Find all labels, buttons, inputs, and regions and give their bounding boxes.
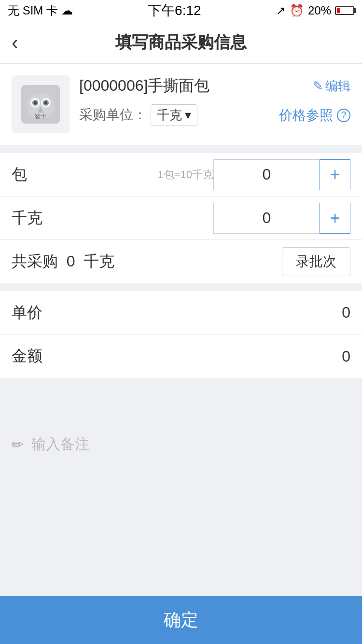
edit-button[interactable]: ✎ 编辑 — [313, 78, 350, 95]
unit-price-label: 单价 — [12, 302, 42, 323]
content-area: 智十 [0000006]手撕面包 ✎ 编辑 采购单位： 千克 ▾ — [0, 64, 362, 596]
price-ref-label: 价格参照 — [279, 106, 333, 125]
total-unit: 千克 — [84, 252, 114, 270]
record-batch-button[interactable]: 录批次 — [282, 247, 350, 276]
section-separator-1 — [0, 145, 362, 153]
product-unit-row: 采购单位： 千克 ▾ 价格参照 ? — [79, 104, 350, 126]
total-row: 共采购 0 千克 录批次 — [0, 240, 362, 283]
price-ref-button[interactable]: 价格参照 ? — [279, 106, 350, 125]
price-section: 单价 0 金额 0 — [0, 291, 362, 378]
kg-quantity-input[interactable] — [213, 203, 320, 234]
product-title: 手撕面包 — [148, 77, 209, 94]
bag-plus-button[interactable]: + — [320, 159, 350, 190]
svg-point-5 — [34, 101, 37, 104]
amount-value: 0 — [342, 348, 350, 365]
confirm-button[interactable]: 确定 — [0, 596, 362, 644]
alarm-icon: ⏰ — [290, 4, 304, 17]
unit-price-value: 0 — [342, 304, 350, 322]
bag-input-row: 包 1包=10千克 + — [0, 153, 362, 196]
kg-label: 千克 — [12, 208, 213, 229]
total-label: 共采购 0 千克 — [12, 251, 114, 272]
unit-label: 采购单位： — [79, 107, 147, 122]
unit-price-row: 单价 0 — [0, 291, 362, 335]
nav-title: 填写商品采购信息 — [115, 31, 247, 54]
product-id: [0000006] — [79, 77, 148, 94]
product-image: 智十 — [12, 75, 70, 133]
edit-icon: ✎ — [313, 79, 323, 94]
edit-label: 编辑 — [325, 78, 350, 95]
bag-input-right: + — [213, 159, 350, 190]
unit-value: 千克 — [157, 107, 182, 124]
quantity-section: 包 1包=10千克 + 千克 + — [0, 153, 362, 240]
battery-icon — [335, 6, 354, 15]
product-info: [0000006]手撕面包 ✎ 编辑 采购单位： 千克 ▾ 价格参照 ? — [79, 75, 350, 126]
product-header: [0000006]手撕面包 ✎ 编辑 — [79, 75, 350, 97]
section-separator-2 — [0, 283, 362, 291]
remark-section[interactable]: ✏ 输入备注 — [0, 378, 362, 510]
unit-area: 采购单位： 千克 ▾ — [79, 104, 197, 126]
battery-percent: 20% — [308, 4, 331, 17]
kg-plus-button[interactable]: + — [320, 203, 350, 234]
nav-bar: ‹ 填写商品采购信息 — [0, 21, 362, 64]
kg-input-row: 千克 + — [0, 196, 362, 240]
amount-row: 金额 0 — [0, 335, 362, 378]
price-ref-info-icon: ? — [337, 109, 350, 122]
status-bar-left: 无 SIM 卡 ☁ — [8, 3, 73, 18]
bag-quantity-input[interactable] — [213, 159, 320, 190]
product-card: 智十 [0000006]手撕面包 ✎ 编辑 采购单位： 千克 ▾ — [0, 64, 362, 145]
content-spacer — [0, 510, 362, 596]
total-value: 0 — [67, 252, 75, 270]
remark-placeholder: 输入备注 — [31, 434, 89, 454]
product-name: [0000006]手撕面包 — [79, 75, 209, 97]
unit-dropdown-arrow: ▾ — [185, 108, 191, 123]
bag-label: 包 — [12, 164, 153, 185]
bag-sublabel: 1包=10千克 — [157, 168, 213, 182]
no-sim-label: 无 SIM 卡 ☁ — [8, 3, 73, 18]
product-logo: 智十 — [21, 85, 60, 124]
status-bar-right: ↗ ⏰ 20% — [276, 4, 354, 17]
owl-icon: 智十 — [24, 87, 57, 121]
svg-text:智十: 智十 — [35, 113, 46, 120]
svg-point-6 — [44, 101, 47, 104]
unit-select[interactable]: 千克 ▾ — [151, 104, 197, 126]
amount-label: 金额 — [12, 346, 42, 367]
kg-input-right: + — [213, 203, 350, 234]
pencil-icon: ✏ — [12, 436, 24, 453]
back-button[interactable]: ‹ — [12, 33, 18, 52]
status-bar-time: 下午6:12 — [148, 1, 201, 20]
location-icon: ↗ — [276, 4, 286, 17]
status-bar: 无 SIM 卡 ☁ 下午6:12 ↗ ⏰ 20% — [0, 0, 362, 21]
